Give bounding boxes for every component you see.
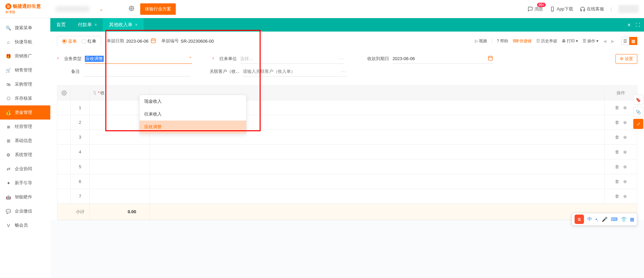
tab[interactable]: 付款单× [72,18,103,32]
ime-mic-icon[interactable]: 🎤 [602,217,607,222]
delete-row-icon[interactable]: 🗑 [615,164,619,169]
remark-text-input[interactable] [83,67,191,75]
row-account-cell[interactable] [90,159,150,174]
dropdown-option[interactable]: 现金收入 [140,95,246,108]
messages-link[interactable]: 消息 99+ [528,6,543,12]
delete-row-icon[interactable]: 🗑 [615,135,619,140]
more-icon[interactable]: ··· [338,56,344,61]
add-row-icon[interactable]: ⊕ [623,179,627,184]
row-amount-cell[interactable] [150,159,605,174]
action-shortcut[interactable]: ⌨ 快捷键 [513,38,532,44]
related-cust-input[interactable]: ··· [243,66,347,77]
delete-row-icon[interactable]: 🗑 [615,179,619,184]
sidebar-item-star[interactable]: ✦新手引导 [0,176,50,190]
view-grid-icon[interactable]: ▦ [629,37,637,45]
add-row-icon[interactable]: ⊕ [623,120,627,125]
org-selector[interactable]: ⌄ [56,6,123,12]
settings-button[interactable]: ⚙ 设置 [615,54,637,64]
sidebar-item-share[interactable]: ⇄企业协同 [0,162,50,176]
table-gear-header[interactable] [57,86,71,100]
more-icon[interactable]: ··· [341,69,347,74]
view-list-icon[interactable]: ☰ [621,37,629,45]
delete-row-icon[interactable]: 🗑 [615,194,619,199]
delete-row-icon[interactable]: 🗑 [615,105,619,110]
row-amount-cell[interactable] [150,189,605,203]
remark-input[interactable] [83,66,191,77]
row-account-cell[interactable] [90,145,150,159]
delete-row-icon[interactable]: 🗑 [615,149,619,154]
close-icon[interactable]: × [95,22,97,27]
tab-label: 其他收入单 [109,22,132,28]
user-avatar[interactable] [619,5,639,13]
ime-skin-icon[interactable]: 👕 [621,217,627,222]
ime-toolbar[interactable]: S 中 •, 🎤 ⌨ 👕 ▦ [572,213,637,226]
sidebar-item-gift[interactable]: 🎁营销推广 [0,49,50,63]
due-date-input[interactable]: 2023-06-06 [392,54,493,64]
radio-red[interactable]: 红单 [82,38,96,44]
add-row-icon[interactable]: ⊕ [623,194,627,199]
counterparty-select[interactable]: 选择... ··· [240,54,344,64]
sidebar-item-chat[interactable]: 💬企业微信 [0,204,50,218]
ime-keyboard-icon[interactable]: ⌨ [611,217,618,222]
rail-tag-icon[interactable]: 🔖 [633,95,643,105]
calendar-icon[interactable] [488,55,493,62]
sidebar-item-box[interactable]: ⎔库存核算 [0,91,50,105]
sidebar-item-label: 资金管理 [15,109,32,115]
add-row-icon[interactable]: ⊕ [623,149,627,154]
rail-attach-icon[interactable]: 📎 [633,107,643,117]
add-row-icon[interactable]: ⊕ [623,164,627,169]
app-download-link[interactable]: App下载 [550,6,573,12]
doc-date-value[interactable]: 2023-06-06 [126,39,149,44]
rail-expand-icon[interactable]: ⤢ [633,119,643,129]
action-history[interactable]: ☷ 历史单据 [536,38,557,44]
action-operate[interactable]: ☰ 操作 ▾ [583,38,598,44]
row-handle [57,100,71,115]
messages-badge: 99+ [537,3,546,7]
related-cust-text-input[interactable] [243,67,341,75]
calendar-icon[interactable] [151,38,156,44]
sidebar-item-label: 快捷导航 [15,39,32,45]
radio-blue[interactable]: 蓝单 [62,38,77,44]
biz-type-select[interactable]: 应收调整 ⌃ [85,54,192,64]
sidebar-item-money[interactable]: 💰资金管理 [0,105,50,120]
close-icon[interactable]: × [135,22,138,27]
row-account-cell[interactable] [90,174,150,189]
sidebar-item-module[interactable]: ⊞基础信息 [0,134,50,148]
sidebar-item-cart[interactable]: 🛒销售管理 [0,63,50,77]
ime-grid-icon[interactable]: ▦ [630,217,634,222]
gear-icon[interactable] [129,6,134,12]
sidebar-item-bag[interactable]: 🛍采购管理 [0,77,50,91]
row-amount-cell[interactable] [150,145,605,159]
sidebar-item-home[interactable]: ⌂快捷导航 [0,35,50,49]
row-amount-cell[interactable] [150,174,605,189]
cta-button[interactable]: 体验行业方案 [140,3,176,15]
radio-red-label: 红单 [88,38,96,44]
sidebar-item-doc[interactable]: ≣经营管理 [0,120,50,134]
dropdown-option[interactable]: 应收调整 [140,121,246,133]
expand-icon[interactable]: ⛶ [636,22,640,28]
tab[interactable]: 首页 [50,18,72,32]
action-help[interactable]: ? 帮助 [497,38,508,44]
row-account-cell[interactable] [90,189,150,203]
ime-punct-icon[interactable]: •, [595,217,598,222]
sidebar-item-robot[interactable]: 🤖智能硬件 [0,190,50,204]
sidebar-item-vip[interactable]: V畅会员 [0,218,50,232]
sidebar-item-search[interactable]: 🔍搜索菜单 [0,21,50,35]
nav-prev-icon[interactable]: ◀ [603,39,606,44]
add-row-icon[interactable]: ⊕ [623,135,627,140]
brand-logo: b 畅捷通好生意 标准版 [5,3,46,14]
dropdown-option[interactable]: 往来收入 [140,108,246,121]
add-row-icon[interactable]: ⊕ [623,105,627,110]
top-header: b 畅捷通好生意 标准版 ⌄ 体验行业方案 消息 99+ App下载 [0,0,644,18]
close-tab-icon[interactable]: ✕ [627,22,631,28]
action-video[interactable]: ▷ 视频 [475,38,487,44]
tab[interactable]: 其他收入单× [103,18,144,32]
counterparty-label: 往来单位 [218,56,237,62]
settings-btn-label: 设置 [625,56,633,62]
online-service-link[interactable]: 在线客服 [580,6,604,12]
nav-next-icon[interactable]: ▶ [611,39,614,44]
ime-lang[interactable]: 中 [587,216,592,222]
delete-row-icon[interactable]: 🗑 [615,120,619,125]
sidebar-item-gear[interactable]: ⚙系统管理 [0,148,50,162]
action-print[interactable]: 🖶 打印 ▾ [562,38,578,44]
